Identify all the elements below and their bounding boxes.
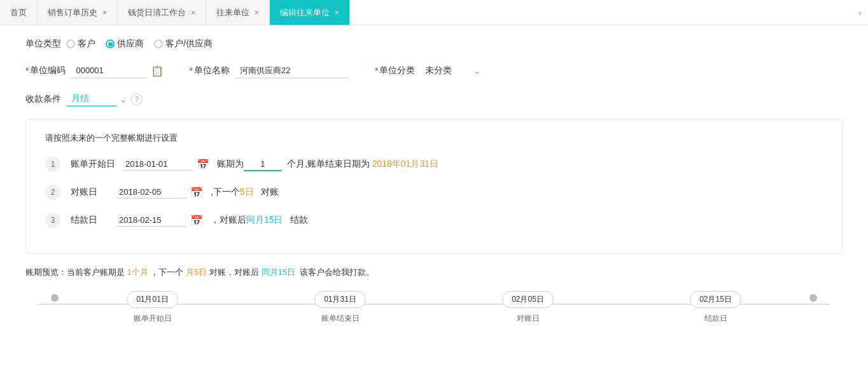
period-start-calendar-icon[interactable]: 📅 xyxy=(197,158,209,171)
period-row-1-label: 账单开始日 xyxy=(71,158,115,170)
payment-terms-row: 收款条件 月结 ⌄ ? xyxy=(25,92,843,106)
tab-edit-close-icon[interactable]: × xyxy=(335,8,339,17)
period-row-2-label: 对账日 xyxy=(71,186,109,198)
timeline-point-4: 02月15日 结款日 xyxy=(622,291,809,324)
timeline-dot-start xyxy=(51,294,59,302)
unit-type-row: 单位类型 客户 供应商 客户/供应商 xyxy=(25,38,843,50)
preview-suffix: 该客户会给我打款。 xyxy=(298,267,375,277)
preview-middle2: 对账，对账后 xyxy=(209,267,259,277)
period-row-2-num: 2 xyxy=(45,185,60,200)
preview-highlight3: 同月15日 xyxy=(262,267,295,277)
tab-edit-label: 编辑往来单位 xyxy=(280,7,330,18)
preview-highlight1: 1个月 xyxy=(127,267,148,277)
period-reconcile-calendar-icon[interactable]: 📅 xyxy=(190,186,203,199)
period-months-input[interactable] xyxy=(244,158,282,171)
radio-customer-circle xyxy=(66,39,75,48)
timeline-container: 01月01日 账单开始日 01月31日 账单结束日 02月05日 对账日 02月… xyxy=(25,291,843,324)
period-row-3-num: 3 xyxy=(45,213,60,228)
timeline-point-1: 01月01日 账单开始日 xyxy=(59,291,246,324)
period-row-2-suffix: 对账 xyxy=(259,186,279,198)
period-reconcile-date-input[interactable] xyxy=(116,186,186,199)
preview-section: 账期预览：当前客户账期是 1个月 ，下一个 月5日 对账，对账后 同月15日 该… xyxy=(25,267,843,278)
period-row-2-prefix: ,下一个 xyxy=(208,186,240,198)
unit-name-group: * 单位名称 xyxy=(189,63,349,78)
radio-both[interactable]: 客户/供应商 xyxy=(154,38,213,50)
period-payment-date-input[interactable] xyxy=(116,214,186,227)
tab-home[interactable]: 首页 xyxy=(0,0,38,25)
tab-sales-label: 销售订单历史 xyxy=(48,7,97,18)
unit-code-group: * 单位编码 📋 xyxy=(25,63,164,78)
period-row-1-text2: 个月,账单结束日期为 xyxy=(287,158,370,170)
period-row-3-label: 结款日 xyxy=(71,215,109,226)
timeline-label-4: 结款日 xyxy=(704,313,727,324)
preview-middle1: ，下一个 xyxy=(150,267,183,277)
unit-category-value: 未分类 xyxy=(420,62,471,79)
timeline-label-2: 账单结束日 xyxy=(321,313,360,324)
preview-prefix: 账期预览：当前客户账期是 xyxy=(25,267,125,277)
timeline-dot-end xyxy=(809,294,817,302)
tab-cash-close-icon[interactable]: × xyxy=(191,8,195,17)
period-row-2-highlight: 5日 xyxy=(240,186,254,198)
radio-supplier[interactable]: 供应商 xyxy=(106,38,144,50)
tab-cash-reconciliation[interactable]: 钱货日清工作台 × xyxy=(118,0,206,25)
period-row-1: 1 账单开始日 📅 账期为 个月,账单结束日期为 2018年01月31日 xyxy=(45,157,823,172)
period-payment-calendar-icon[interactable]: 📅 xyxy=(190,215,203,227)
radio-supplier-circle xyxy=(106,39,115,48)
radio-customer-label: 客户 xyxy=(78,38,95,50)
timeline-point-2: 01月31日 账单结束日 xyxy=(246,291,434,324)
unit-code-input[interactable] xyxy=(71,63,147,78)
period-card: 请按照未来的一个完整帐期进行设置 1 账单开始日 📅 账期为 个月,账单结束日期… xyxy=(25,119,843,254)
unit-category-label: 单位分类 xyxy=(379,65,415,76)
period-row-1-num: 1 xyxy=(45,157,60,172)
payment-terms-value[interactable]: 月结 xyxy=(66,92,117,106)
period-row-2: 2 对账日 📅 ,下一个 5日 对账 xyxy=(45,185,823,200)
timeline-node-4: 02月15日 xyxy=(690,291,741,308)
radio-customer[interactable]: 客户 xyxy=(66,38,95,50)
timeline-node-1: 01月01日 xyxy=(127,291,178,308)
unit-category-dropdown-icon[interactable]: ⌄ xyxy=(473,66,481,76)
unit-code-star: * xyxy=(25,66,29,76)
timeline-label-3: 对账日 xyxy=(517,313,540,324)
unit-code-label: 单位编码 xyxy=(30,65,66,76)
tab-cash-label: 钱货日清工作台 xyxy=(128,7,186,18)
period-row-1-text1: 账期为 xyxy=(214,158,244,170)
unit-name-star: * xyxy=(189,66,192,76)
copy-icon[interactable]: 📋 xyxy=(151,65,164,77)
timeline-start-dot xyxy=(51,294,59,302)
tab-counterparty-label: 往来单位 xyxy=(216,7,249,18)
unit-name-input[interactable] xyxy=(235,63,349,78)
timeline-label-1: 账单开始日 xyxy=(134,313,172,324)
period-start-date-input[interactable] xyxy=(123,158,193,171)
payment-terms-help-icon[interactable]: ? xyxy=(131,94,143,105)
period-row-3-highlight: 同月15日 xyxy=(246,215,283,226)
radio-both-label: 客户/供应商 xyxy=(165,38,213,50)
timeline-node-3: 02月05日 xyxy=(502,291,554,308)
payment-terms-dropdown-icon[interactable]: ⌄ xyxy=(120,94,127,104)
radio-supplier-label: 供应商 xyxy=(117,38,144,50)
tab-counterparty[interactable]: 往来单位 × xyxy=(206,0,270,25)
timeline: 01月01日 账单开始日 01月31日 账单结束日 02月05日 对账日 02月… xyxy=(51,291,817,324)
tab-edit-counterparty[interactable]: 编辑往来单位 × xyxy=(270,0,350,25)
period-row-3: 3 结款日 📅 ，对账后 同月15日 结款 xyxy=(45,213,823,228)
main-content: 单位类型 客户 供应商 客户/供应商 * 单位编码 📋 * 单位名称 xyxy=(0,25,868,387)
period-row-3-suffix: 结款 xyxy=(288,215,308,226)
chevron-right-icon: › xyxy=(858,8,862,18)
payment-terms-select[interactable]: 月结 ⌄ xyxy=(66,92,127,106)
tab-more-button[interactable]: › xyxy=(852,0,868,25)
period-end-date-highlight: 2018年01月31日 xyxy=(370,158,438,170)
unit-type-label: 单位类型 xyxy=(25,38,61,50)
unit-name-label: 单位名称 xyxy=(194,65,230,76)
tab-home-label: 首页 xyxy=(10,7,27,18)
unit-category-star: * xyxy=(375,66,378,76)
unit-type-radio-group: 客户 供应商 客户/供应商 xyxy=(66,38,213,50)
preview-highlight2: 月5日 xyxy=(186,267,207,277)
unit-category-group: * 单位分类 未分类 ⌄ xyxy=(375,62,481,79)
payment-terms-label: 收款条件 xyxy=(25,94,61,105)
tab-sales-order-history[interactable]: 销售订单历史 × xyxy=(38,0,118,25)
tab-bar: 首页 销售订单历史 × 钱货日清工作台 × 往来单位 × 编辑往来单位 × › xyxy=(0,0,868,25)
tab-sales-close-icon[interactable]: × xyxy=(102,8,107,17)
period-row-3-prefix: ，对账后 xyxy=(208,215,246,226)
tab-counterparty-close-icon[interactable]: × xyxy=(255,8,259,17)
timeline-end-dot xyxy=(809,294,817,302)
timeline-point-3: 02月05日 对账日 xyxy=(434,291,622,324)
